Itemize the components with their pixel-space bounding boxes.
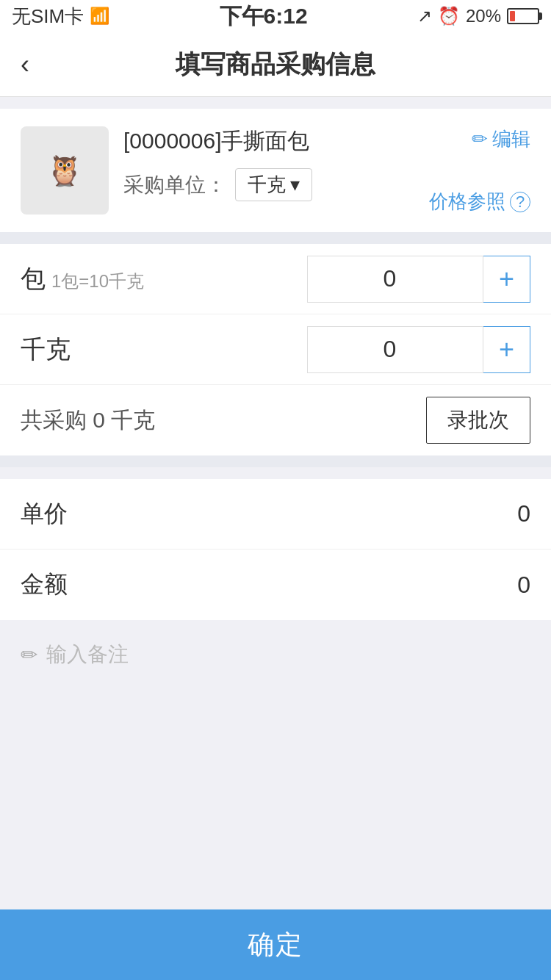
alarm-icon: ⏰ [438,6,460,26]
status-bar: 无SIM卡 📶 下午6:12 ↗ ⏰ 20% [0,0,551,32]
status-bar-right: ↗ ⏰ 20% [417,6,539,26]
unit-value: 千克 [248,172,286,198]
carrier-label: 无SIM卡 [12,4,84,29]
wifi-icon: 📶 [90,7,109,26]
note-placeholder: 输入备注 [46,641,129,669]
bao-plus-button[interactable]: + [483,256,530,303]
product-image: 🦉 [21,126,109,215]
record-batch-button[interactable]: 录批次 [426,397,530,444]
summary-row: 共采购 0 千克 录批次 [0,385,551,455]
note-icon: ✏ [21,643,37,667]
bao-sub-label: 1包=10千克 [51,270,144,293]
dropdown-arrow-icon: ▾ [290,173,300,196]
status-bar-left: 无SIM卡 📶 [12,4,109,29]
bao-input-row: 包 1包=10千克 + [0,244,551,314]
unit-label: 采购单位： [123,171,226,199]
page-title: 填写商品采购信息 [176,48,375,82]
time-label: 下午6:12 [220,1,308,32]
section-divider-1 [0,232,551,244]
spacer [0,689,551,836]
bao-input[interactable] [307,256,483,303]
bao-input-right: + [307,256,530,303]
nav-bar: ‹ 填写商品采购信息 [0,32,551,97]
section-divider-2 [0,455,551,467]
edit-button[interactable]: ✏ 编辑 [472,126,530,152]
amount-value: 0 [517,572,530,599]
note-section[interactable]: ✏ 输入备注 [0,620,551,689]
location-icon: ↗ [417,6,432,26]
kg-input[interactable] [307,326,483,373]
battery-icon [507,8,539,24]
price-ref-button[interactable]: 价格参照 ? [429,189,530,215]
amount-label: 金额 [21,569,68,601]
back-button[interactable]: ‹ [21,49,29,80]
kg-label-group: 千克 [21,333,71,367]
bao-label-group: 包 1包=10千克 [21,262,144,296]
amount-row: 金额 0 [0,550,551,620]
kg-plus-button[interactable]: + [483,326,530,373]
edit-label: 编辑 [492,126,530,152]
unit-price-label: 单价 [21,498,68,530]
unit-price-value: 0 [517,500,530,527]
unit-price-row: 单价 0 [0,479,551,550]
battery-percent: 20% [466,6,501,26]
kg-input-row: 千克 + [0,314,551,385]
bao-label: 包 [21,262,46,296]
confirm-button[interactable]: 确定 [0,909,551,980]
product-image-placeholder: 🦉 [46,154,83,188]
product-card: 🦉 [0000006]手撕面包 采购单位： 千克 ▾ ✏ 编辑 价格参照 ? [0,109,551,232]
unit-select[interactable]: 千克 ▾ [235,168,312,201]
edit-icon: ✏ [472,128,488,151]
summary-text: 共采购 0 千克 [21,406,155,436]
input-section: 包 1包=10千克 + 千克 + 共采购 0 千克 录批次 [0,244,551,455]
product-name: [0000006]手撕面包 [123,126,530,156]
kg-input-right: + [307,326,530,373]
help-icon: ? [510,192,530,212]
price-ref-label: 价格参照 [429,189,505,215]
price-section: 单价 0 金额 0 [0,479,551,620]
kg-label: 千克 [21,333,71,367]
